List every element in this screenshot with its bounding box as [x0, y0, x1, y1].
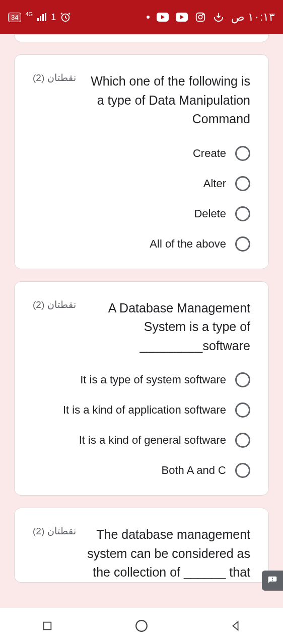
sim-icon: 1	[51, 12, 56, 23]
question-text: Which one of the following is a type of …	[82, 72, 250, 129]
radio-icon[interactable]	[235, 372, 250, 387]
question-card-2: A Database Management System is a type o…	[14, 281, 269, 496]
question-card-3: The database management system can be co…	[14, 508, 269, 583]
form-content[interactable]: Which one of the following is a type of …	[0, 34, 283, 608]
question-points: نقطتان (2)	[33, 72, 76, 129]
question-text: The database management system can be co…	[82, 525, 250, 582]
question-card-1: Which one of the following is a type of …	[14, 54, 269, 269]
option-row[interactable]: Both A and C	[33, 463, 250, 478]
option-label: Delete	[194, 207, 226, 220]
question-text: A Database Management System is a type o…	[82, 299, 250, 356]
option-row[interactable]: It is a type of system software	[33, 372, 250, 387]
option-row[interactable]: Delete	[33, 206, 250, 221]
nav-recent-button[interactable]	[39, 618, 55, 634]
battery-badge: 34	[8, 13, 21, 22]
options-group: It is a type of system software It is a …	[33, 372, 250, 478]
option-label: All of the above	[150, 237, 226, 251]
question-points: نقطتان (2)	[33, 525, 76, 582]
radio-icon[interactable]	[235, 146, 250, 161]
option-label: It is a kind of application software	[63, 404, 226, 417]
radio-icon[interactable]	[235, 463, 250, 478]
radio-icon[interactable]	[235, 236, 250, 252]
feedback-button[interactable]	[262, 571, 283, 591]
nav-back-button[interactable]	[228, 618, 244, 634]
clock-time: ١٠:١٣ ص	[231, 11, 275, 24]
nav-home-button[interactable]	[133, 618, 150, 634]
radio-icon[interactable]	[235, 206, 250, 221]
youtube-icon	[157, 13, 169, 22]
option-label: Alter	[203, 177, 226, 190]
option-label: Create	[193, 147, 226, 160]
option-row[interactable]: Alter	[33, 176, 250, 191]
svg-point-4	[198, 15, 202, 19]
option-label: It is a kind of general software	[79, 434, 226, 447]
option-row[interactable]: Create	[33, 146, 250, 161]
radio-icon[interactable]	[235, 433, 250, 448]
status-right: ١٠:١٣ ص	[147, 11, 275, 24]
option-label: It is a type of system software	[80, 373, 226, 386]
option-row[interactable]: It is a kind of general software	[33, 433, 250, 448]
alarm-icon	[60, 12, 71, 23]
options-group: Create Alter Delete All of the above	[33, 146, 250, 252]
svg-point-5	[202, 14, 203, 15]
network-type: 4G	[25, 11, 33, 17]
nav-bar	[0, 608, 283, 644]
status-left: 34 4G 1	[8, 12, 71, 23]
youtube-icon-2	[176, 13, 188, 22]
signal-icon	[37, 13, 47, 21]
svg-point-7	[136, 620, 147, 631]
question-points: نقطتان (2)	[33, 299, 76, 356]
dot-icon	[147, 16, 150, 19]
status-bar: 34 4G 1 ١٠:١٣ ص	[0, 0, 283, 34]
instagram-icon	[195, 12, 206, 23]
option-row[interactable]: It is a kind of application software	[33, 403, 250, 418]
previous-card-edge	[14, 34, 269, 42]
svg-rect-6	[43, 622, 51, 630]
radio-icon[interactable]	[235, 403, 250, 418]
download-icon	[213, 12, 224, 23]
option-row[interactable]: All of the above	[33, 236, 250, 252]
radio-icon[interactable]	[235, 176, 250, 191]
option-label: Both A and C	[162, 464, 226, 477]
